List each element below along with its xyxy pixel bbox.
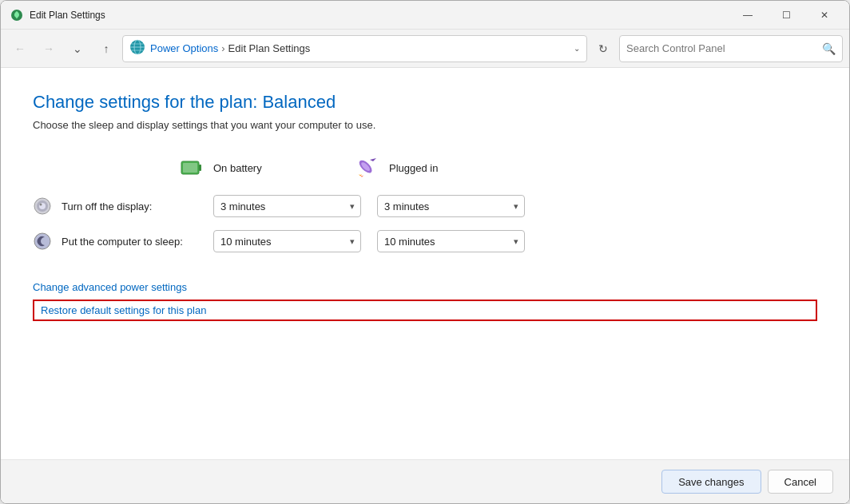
search-box: 🔍 xyxy=(619,35,843,62)
restore-link-box: Restore default settings for this plan xyxy=(33,300,817,321)
column-headers: On battery Plugged in xyxy=(177,153,817,182)
save-button[interactable]: Save changes xyxy=(661,470,761,494)
recent-button[interactable]: ⌄ xyxy=(65,36,90,62)
display-on-battery-dropdown-wrapper: 1 minute 2 minutes 3 minutes 5 minutes 1… xyxy=(213,195,361,217)
back-button[interactable]: ← xyxy=(7,36,33,62)
breadcrumb-link[interactable]: Power Options xyxy=(150,42,218,54)
refresh-button[interactable]: ↻ xyxy=(590,36,616,62)
display-dropdowns: 1 minute 2 minutes 3 minutes 5 minutes 1… xyxy=(213,195,525,217)
titlebar-left: Edit Plan Settings xyxy=(10,9,105,22)
on-battery-header: On battery xyxy=(177,153,288,182)
display-row-label: Turn off the display: xyxy=(62,200,213,212)
maximize-button[interactable]: ☐ xyxy=(768,2,804,28)
display-plugged-in-dropdown[interactable]: 1 minute 2 minutes 3 minutes 5 minutes 1… xyxy=(377,195,525,217)
minimize-button[interactable]: — xyxy=(729,2,766,28)
app-icon xyxy=(10,9,23,22)
search-input[interactable] xyxy=(626,42,817,54)
plugged-in-icon xyxy=(352,153,381,182)
battery-icon xyxy=(177,153,205,182)
address-box: Power Options › Edit Plan Settings ⌄ xyxy=(122,35,587,62)
footer: Save changes Cancel xyxy=(1,459,849,503)
titlebar-controls: — ☐ ✕ xyxy=(729,2,843,28)
breadcrumb: Power Options › Edit Plan Settings xyxy=(150,42,310,54)
close-button[interactable]: ✕ xyxy=(806,2,843,28)
main-window: Edit Plan Settings — ☐ ✕ ← → ⌄ ↑ xyxy=(0,0,850,504)
breadcrumb-separator: › xyxy=(221,42,224,54)
forward-button[interactable]: → xyxy=(36,36,62,62)
main-content: Change settings for the plan: Balanced C… xyxy=(1,68,849,459)
restore-defaults-link[interactable]: Restore default settings for this plan xyxy=(41,304,206,316)
sleep-row-icon xyxy=(33,232,52,251)
up-button[interactable]: ↑ xyxy=(93,36,119,62)
on-battery-label: On battery xyxy=(213,162,262,174)
display-plugged-in-dropdown-wrapper: 1 minute 2 minutes 3 minutes 5 minutes 1… xyxy=(377,195,525,217)
globe-icon xyxy=(129,39,145,58)
plugged-in-header: Plugged in xyxy=(352,153,464,182)
display-row-icon xyxy=(33,196,52,216)
page-subtitle: Choose the sleep and display settings th… xyxy=(33,119,817,131)
search-icon: 🔍 xyxy=(822,42,836,55)
sleep-dropdowns: 1 minute 2 minutes 3 minutes 5 minutes 1… xyxy=(213,230,525,252)
sleep-row: Put the computer to sleep: 1 minute 2 mi… xyxy=(33,230,817,252)
addressbar: ← → ⌄ ↑ Power Options › Edit Plan Settin… xyxy=(1,30,849,68)
window-title: Edit Plan Settings xyxy=(30,10,105,21)
plugged-in-label: Plugged in xyxy=(389,162,438,174)
titlebar: Edit Plan Settings — ☐ ✕ xyxy=(1,1,849,30)
page-heading: Change settings for the plan: Balanced xyxy=(33,92,817,113)
svg-point-14 xyxy=(40,204,42,206)
sleep-on-battery-dropdown[interactable]: 1 minute 2 minutes 3 minutes 5 minutes 1… xyxy=(213,230,361,252)
svg-point-15 xyxy=(34,233,50,249)
links-area: Change advanced power settings Restore d… xyxy=(33,281,817,321)
sleep-plugged-in-dropdown-wrapper: 1 minute 2 minutes 3 minutes 5 minutes 1… xyxy=(377,230,525,252)
advanced-power-settings-link[interactable]: Change advanced power settings xyxy=(33,281,817,293)
sleep-row-label: Put the computer to sleep: xyxy=(62,236,213,248)
sleep-on-battery-dropdown-wrapper: 1 minute 2 minutes 3 minutes 5 minutes 1… xyxy=(213,230,361,252)
display-on-battery-dropdown[interactable]: 1 minute 2 minutes 3 minutes 5 minutes 1… xyxy=(213,195,361,217)
display-row: Turn off the display: 1 minute 2 minutes… xyxy=(33,195,817,217)
sleep-plugged-in-dropdown[interactable]: 1 minute 2 minutes 3 minutes 5 minutes 1… xyxy=(377,230,525,252)
breadcrumb-current: Edit Plan Settings xyxy=(228,42,311,54)
svg-rect-7 xyxy=(199,165,201,171)
svg-rect-8 xyxy=(183,163,197,173)
cancel-button[interactable]: Cancel xyxy=(768,470,833,494)
address-chevron-icon[interactable]: ⌄ xyxy=(574,44,580,53)
